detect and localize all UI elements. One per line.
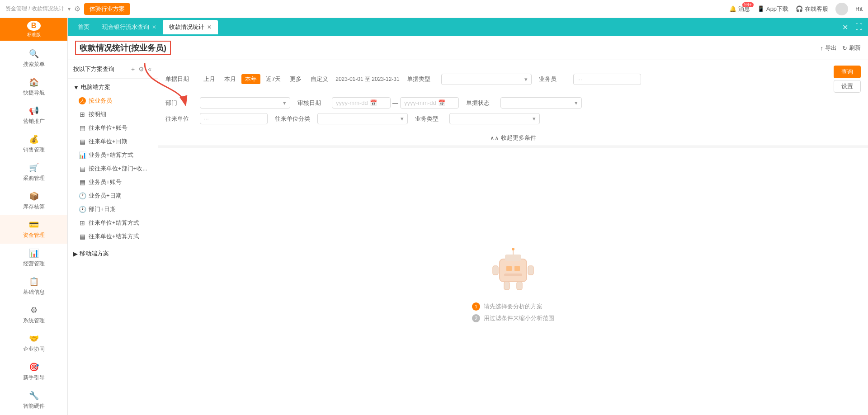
partner-category-arrow: ▾ xyxy=(401,115,404,122)
partner-label: 往来单位 xyxy=(165,115,193,123)
svg-rect-0 xyxy=(500,259,527,282)
review-date-start[interactable]: yyyy-mm-dd 📅 xyxy=(332,97,391,108)
sidebar-item-label: 搜索菜单 xyxy=(23,61,45,68)
collapse-more-conditions[interactable]: ∧∧ 收起更多条件 xyxy=(158,130,868,146)
review-date-range: yyyy-mm-dd 📅 — yyyy-mm-dd 📅 xyxy=(332,97,459,108)
scheme-item-by-unit-settle2[interactable]: ▤ 往来单位+结算方式 xyxy=(68,230,158,243)
sidebar-nav: 🔍 搜索菜单 🏠 快捷导航 📢 营销推广 💰 销售管理 🛒 采购管理 📦 xyxy=(0,41,67,415)
download-icon: 📱 xyxy=(757,5,764,12)
sidebar-item-system[interactable]: ⚙ 系统管理 xyxy=(0,301,67,329)
left-panel-collapse-btn[interactable]: « xyxy=(147,65,152,74)
export-button[interactable]: ↑ 导出 xyxy=(821,44,837,52)
review-date-end[interactable]: yyyy-mm-dd 📅 xyxy=(400,97,459,108)
mobile-group-label: 移动端方案 xyxy=(80,250,109,258)
app-download-label: App下载 xyxy=(766,5,788,13)
partner-input[interactable]: ··· xyxy=(200,113,268,124)
online-service-button[interactable]: 🎧 在线客服 xyxy=(796,5,828,13)
empty-state: 1 请先选择要分析的方案 2 用过滤条件来缩小分析范围 xyxy=(158,148,868,415)
sidebar-item-smart-hw[interactable]: 🔧 智能硬件 xyxy=(0,386,67,415)
date-tab-this-month[interactable]: 本月 xyxy=(221,74,240,84)
scheme-item-by-unit-account[interactable]: ▤ 往来单位+账号 xyxy=(68,121,158,135)
scheme-item-by-dept-date[interactable]: 🕐 部门+日期 xyxy=(68,203,158,216)
staff-input[interactable]: ··· xyxy=(573,74,641,85)
sidebar-item-quick-nav[interactable]: 🏠 快捷导航 xyxy=(0,73,67,101)
scheme-item-by-unit-settle1[interactable]: ⊞ 往来单位+结算方式 xyxy=(68,216,158,230)
mobile-scheme-group[interactable]: ▶ 移动端方案 xyxy=(68,247,158,260)
refresh-button[interactable]: ↻ 刷新 xyxy=(842,44,861,52)
date-tab-last-month[interactable]: 上月 xyxy=(200,74,219,84)
app-download-button[interactable]: 📱 App下载 xyxy=(757,5,788,13)
sidebar-item-marketing[interactable]: 📢 营销推广 xyxy=(0,101,67,130)
body-layout: 按以下方案查询 + ⚙ « ▼ 电脑端方案 xyxy=(68,60,868,415)
hint-num-1: 1 xyxy=(472,302,480,311)
filter-settings-button[interactable]: 设置 xyxy=(834,80,861,93)
date-tab-more[interactable]: 更多 xyxy=(286,74,305,84)
collapse-label: 收起更多条件 xyxy=(501,134,536,142)
scheme-item-label: 往来单位+结算方式 xyxy=(89,232,139,241)
breadcrumb-dropdown-icon[interactable]: ▾ xyxy=(68,6,71,12)
scheme-item-label: 往来单位+结算方式 xyxy=(89,219,139,227)
chart2-icon: 📊 xyxy=(79,151,86,159)
avatar[interactable] xyxy=(835,3,848,15)
partner-more-icon: ··· xyxy=(204,115,209,122)
sidebar-item-operation[interactable]: 📊 经营管理 xyxy=(0,244,67,272)
table2-icon: ▤ xyxy=(79,138,86,145)
sidebar-item-inventory[interactable]: 📦 库存核算 xyxy=(0,187,67,215)
tab-bank-flow[interactable]: 现金银行流水查询 ✕ xyxy=(96,20,163,34)
handshake-icon: 🤝 xyxy=(29,334,39,344)
sidebar-logo: B 标准版 xyxy=(0,18,67,41)
trial-button[interactable]: 体验行业方案 xyxy=(84,3,130,15)
clock2-icon: 🕐 xyxy=(79,206,86,213)
tab-bank-flow-close[interactable]: ✕ xyxy=(152,24,156,30)
tab-bank-flow-label: 现金银行流水查询 xyxy=(102,23,149,31)
pc-scheme-group[interactable]: ▼ 电脑端方案 xyxy=(68,80,158,94)
user-name[interactable]: Rit xyxy=(855,5,863,12)
tab-close-all-btn[interactable]: ✕ xyxy=(840,21,850,33)
header-gear-icon[interactable]: ⚙ xyxy=(74,5,80,13)
scheme-item-by-staff-account[interactable]: ▤ 业务员+账号 xyxy=(68,175,158,189)
tab-collection-stats[interactable]: 收款情况统计 ✕ xyxy=(163,20,218,34)
sidebar-item-sales[interactable]: 💰 销售管理 xyxy=(0,130,67,158)
left-panel-header: 按以下方案查询 + ⚙ « xyxy=(68,60,158,79)
sidebar-item-finance[interactable]: 💳 资金管理 xyxy=(0,215,67,244)
biz-type-select[interactable]: ▾ xyxy=(449,113,540,124)
doc-status-select[interactable]: ▾ xyxy=(500,97,582,108)
query-button[interactable]: 查询 xyxy=(834,66,861,78)
messages-button[interactable]: 🔔 消息 99+ xyxy=(729,5,750,13)
tab-collection-stats-label: 收款情况统计 xyxy=(169,23,204,31)
left-panel-add-btn[interactable]: + xyxy=(130,65,136,74)
date-tab-this-year[interactable]: 本年 xyxy=(241,74,260,84)
filter-row-1: 单据日期 上月 本月 本年 近7天 更多 自定义 2023-01-01 至 20… xyxy=(165,66,861,93)
sidebar-item-purchase[interactable]: 🛒 采购管理 xyxy=(0,158,67,187)
cart-icon: 🛒 xyxy=(29,163,39,173)
sidebar-item-search-menu[interactable]: 🔍 搜索菜单 xyxy=(0,44,67,73)
calendar-icon: 📅 xyxy=(370,99,377,106)
scheme-item-by-staff-settle[interactable]: 📊 业务员+结算方式 xyxy=(68,148,158,162)
page-title: 收款情况统计(按业务员) xyxy=(75,41,171,55)
scheme-item-label: 部门+日期 xyxy=(89,205,116,213)
tab-home[interactable]: 首页 xyxy=(71,20,96,34)
export-icon: ↑ xyxy=(821,45,824,52)
svg-rect-8 xyxy=(528,266,533,275)
partner-category-select[interactable]: ▾ xyxy=(317,113,408,124)
scheme-item-by-unit-date[interactable]: ▤ 往来单位+日期 xyxy=(68,135,158,148)
scheme-item-by-unit-dept-collect[interactable]: ▤ 按往来单位+部门+收... xyxy=(68,162,158,175)
date-tab-7days[interactable]: 近7天 xyxy=(262,74,284,84)
sidebar-item-basic-info[interactable]: 📋 基础信息 xyxy=(0,272,67,301)
scheme-item-by-detail[interactable]: ⊞ 按明细 xyxy=(68,108,158,121)
dept-select[interactable]: ▾ xyxy=(200,97,290,108)
sidebar-item-enterprise[interactable]: 🤝 企业协同 xyxy=(0,329,67,358)
gear-icon: ⚙ xyxy=(30,305,38,315)
left-panel-settings-btn[interactable]: ⚙ xyxy=(137,65,145,74)
date-tab-custom[interactable]: 自定义 xyxy=(307,74,332,84)
header-left: 资金管理 / 收款情况统计 ▾ ⚙ 体验行业方案 xyxy=(5,3,729,15)
svg-rect-10 xyxy=(517,282,522,290)
tab-expand-btn[interactable]: ⛶ xyxy=(854,21,864,33)
scheme-item-by-staff[interactable]: 人 按业务员 xyxy=(68,94,158,108)
scheme-item-by-staff-date[interactable]: 🕐 业务员+日期 xyxy=(68,189,158,203)
tab-collection-stats-close[interactable]: ✕ xyxy=(207,24,212,30)
date-label: 单据日期 xyxy=(165,75,193,83)
sidebar-item-guide[interactable]: 🎯 新手引导 xyxy=(0,358,67,386)
sidebar-item-label: 企业协同 xyxy=(23,345,45,353)
doc-type-select[interactable]: ▾ xyxy=(441,74,532,85)
